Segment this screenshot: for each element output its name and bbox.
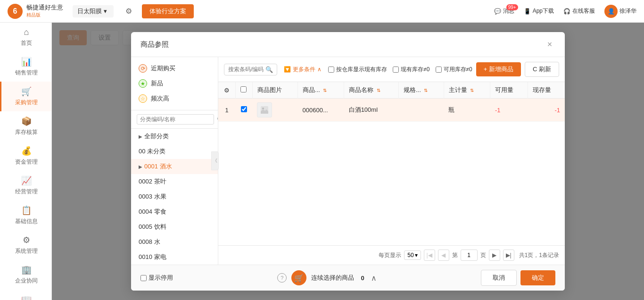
category-0003[interactable]: 0003 水果 <box>131 189 218 204</box>
online-service-item[interactable]: 🎧 在线客服 <box>563 7 595 15</box>
sidebar-item-purchase[interactable]: 🛒 采购管理 <box>0 82 51 111</box>
category-0005[interactable]: 0005 饮料 <box>131 219 218 234</box>
purchase-icon: 🛒 <box>21 86 32 97</box>
next-page-button[interactable]: ▶ <box>489 250 500 261</box>
filter-label: 更多条件 <box>293 66 315 74</box>
message-item[interactable]: 💬 消息 99+ <box>494 7 514 15</box>
disabled-checkbox-input[interactable] <box>140 275 147 281</box>
checkbox-group: 按仓库显示现有库存 现有库存≠0 可用库存≠0 <box>328 66 472 74</box>
category-search-input[interactable] <box>137 114 214 125</box>
new-label: 新品 <box>151 79 163 88</box>
refresh-button[interactable]: C 刷新 <box>525 62 559 77</box>
sidebar-item-basic[interactable]: 📋 基础信息 <box>0 200 51 230</box>
cart-icon-button[interactable]: 🛒 <box>291 270 306 285</box>
sidebar-item-ops[interactable]: 📈 经营管理 <box>0 171 51 200</box>
page-number-input[interactable]: 1 <box>461 250 478 261</box>
sidebar-item-inventory[interactable]: 📦 库存核算 <box>0 111 51 141</box>
quick-filter-freq[interactable]: ☆ 频次高 <box>131 91 218 106</box>
product-spec <box>398 99 444 122</box>
sidebar-item-label: 资金管理 <box>15 158 38 166</box>
category-0004[interactable]: 0004 零食 <box>131 204 218 219</box>
quick-filter-recent[interactable]: ⟳ 近期购买 <box>131 61 218 76</box>
search-icon[interactable]: 🔍 <box>217 116 218 123</box>
app-download-item[interactable]: 📱 App下载 <box>524 7 554 15</box>
more-filter-button[interactable]: 🔽 更多条件 ∧ <box>281 64 324 75</box>
select-all-checkbox[interactable] <box>240 86 247 92</box>
table-header-checkbox[interactable] <box>235 82 252 99</box>
quick-filter-new[interactable]: ★ 新品 <box>131 76 218 91</box>
category-search: 🔍 <box>131 110 218 129</box>
table-header-code[interactable]: 商品... ⇅ <box>298 82 344 99</box>
row-checkbox[interactable] <box>241 106 247 112</box>
modal-close-button[interactable]: × <box>544 39 555 50</box>
product-image-cell <box>252 99 298 122</box>
checkbox-nonzero-available[interactable]: 可用库存≠0 <box>436 66 472 74</box>
checkbox-warehouse-input[interactable] <box>328 67 334 73</box>
sidebar-item-sales[interactable]: 📊 销售管理 <box>0 52 51 82</box>
new-icon: ★ <box>139 79 147 88</box>
table-header-gear[interactable]: ⚙ <box>218 82 235 99</box>
logo-icon: 6 <box>8 4 23 19</box>
sidebar-item-finance[interactable]: 💰 资金管理 <box>0 141 51 171</box>
category-0001[interactable]: ▶ 0001 酒水 <box>131 159 218 174</box>
product-code: 000600... <box>298 99 344 122</box>
app-download-label: App下载 <box>533 7 554 15</box>
checkbox-label: 可用库存≠0 <box>444 66 472 74</box>
per-page-label: 每页显示 <box>379 251 401 259</box>
online-service-label: 在线客服 <box>572 7 595 15</box>
sidebar-item-enterprise[interactable]: 🏢 企业协同 <box>0 260 51 290</box>
display-disabled-checkbox[interactable]: 显示停用 <box>140 274 173 282</box>
checkbox-nonzero-stock[interactable]: 现有库存≠0 <box>393 66 429 74</box>
sidebar-item-label: 库存核算 <box>15 128 38 136</box>
col-name-label: 商品名称 <box>349 86 373 93</box>
checkbox-by-warehouse[interactable]: 按仓库显示现有库存 <box>328 66 387 74</box>
first-page-button[interactable]: |◀ <box>424 250 435 261</box>
try-industry-button[interactable]: 体验行业方案 <box>142 4 194 18</box>
quick-filters: ⟳ 近期购买 ★ 新品 ☆ 频次高 <box>131 57 218 110</box>
add-product-button[interactable]: + 新增商品 <box>476 62 521 76</box>
per-page-select[interactable]: 50 ▾ <box>404 250 421 260</box>
table-header-spec[interactable]: 规格... ⇅ <box>398 82 444 99</box>
table-header-name[interactable]: 商品名称 ⇅ <box>344 82 399 99</box>
category-0010[interactable]: 0010 家电 <box>131 250 218 265</box>
settings-icon[interactable]: ⚙ <box>121 4 136 19</box>
navbar: 6 畅捷通好生意 精品版 日太阳膜 ▾ ⚙ 体验行业方案 💬 消息 99+ 📱 … <box>0 0 644 23</box>
arrow-icon: ▶ <box>139 134 142 139</box>
sidebar-item-guide[interactable]: 📖 新手引导 <box>0 290 51 300</box>
product-table: ⚙ 商品图片 商品... ⇅ <box>218 82 565 122</box>
confirm-button[interactable]: 确定 <box>520 270 555 285</box>
category-0008[interactable]: 0008 水 <box>131 234 218 250</box>
category-00[interactable]: 00 未分类 <box>131 144 218 159</box>
help-icon[interactable]: ? <box>277 273 287 283</box>
category-all[interactable]: ▶ 全部分类 <box>131 129 218 144</box>
table-header-unit[interactable]: 主计量 ⇅ <box>444 82 490 99</box>
image-icon <box>261 106 268 114</box>
inventory-icon: 📦 <box>21 116 32 126</box>
col-unit-label: 主计量 <box>449 86 467 93</box>
product-search-input[interactable] <box>228 66 264 73</box>
sidebar-item-home[interactable]: ⌂ 首页 <box>0 23 51 52</box>
table-row[interactable]: 1 <box>218 99 565 122</box>
checkbox-label: 现有库存≠0 <box>401 66 429 74</box>
user-profile[interactable]: 👤 徐泽华 <box>604 5 636 18</box>
checkbox-available-input[interactable] <box>436 67 442 73</box>
collapse-up-icon[interactable]: ∧ <box>371 274 377 283</box>
store-selector[interactable]: 日太阳膜 ▾ <box>73 5 114 17</box>
category-0002[interactable]: 0002 茶叶 <box>131 174 218 189</box>
cancel-button[interactable]: 取消 <box>481 270 517 286</box>
last-page-button[interactable]: ▶| <box>503 250 514 261</box>
sidebar-item-system[interactable]: ⚙ 系统管理 <box>0 230 51 260</box>
pagination: 每页显示 50 ▾ |◀ ◀ 第 1 页 ▶ ▶| <box>218 245 565 265</box>
collapse-panel-button[interactable]: 《 <box>211 151 219 170</box>
prev-page-button[interactable]: ◀ <box>438 250 449 261</box>
table-header-row: ⚙ 商品图片 商品... ⇅ <box>218 82 565 99</box>
ops-icon: 📈 <box>21 175 32 186</box>
product-reference-modal: 商品参照 × ⟳ 近期购买 <box>131 32 565 291</box>
footer-left: 显示停用 <box>140 274 173 282</box>
row-checkbox-cell[interactable] <box>235 99 252 122</box>
search-submit-icon[interactable]: 🔍 <box>265 66 273 73</box>
category-label: 0003 水果 <box>139 192 166 201</box>
checkbox-stock-input[interactable] <box>393 67 399 73</box>
sidebar-item-label: 首页 <box>21 39 32 47</box>
main-layout: ⌂ 首页 📊 销售管理 🛒 采购管理 📦 库存核算 💰 资金管理 📈 经营管理 … <box>0 23 644 300</box>
